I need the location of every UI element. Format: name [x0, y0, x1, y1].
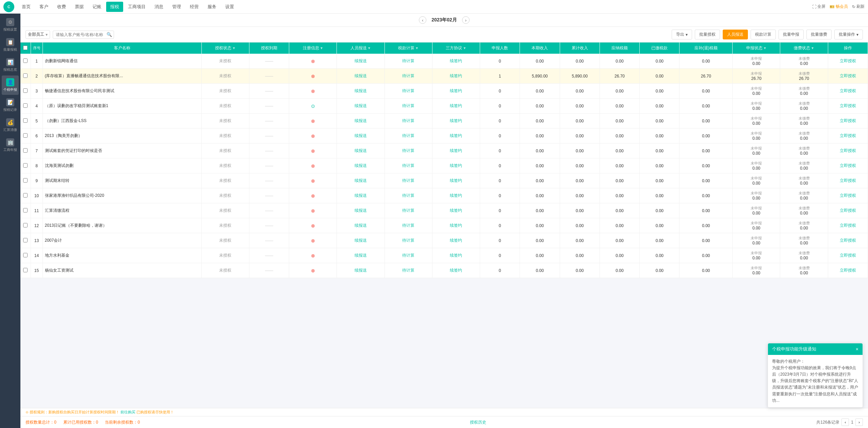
tax-calc-link[interactable]: 待计算 — [402, 118, 414, 123]
tri-party-link[interactable]: 续签约 — [450, 223, 462, 228]
row-checkbox[interactable] — [23, 73, 28, 78]
row-checkbox[interactable] — [23, 118, 28, 123]
tax-calc-link[interactable]: 待计算 — [402, 223, 414, 228]
row-checkbox[interactable] — [23, 253, 28, 257]
vip-button[interactable]: 🎫 畅会员 — [830, 4, 848, 10]
tax-calc-link[interactable]: 待计算 — [402, 88, 414, 93]
row-checkbox[interactable] — [23, 238, 28, 242]
action-link[interactable]: 立即授权 — [840, 103, 856, 108]
col-person-report[interactable]: 人员报送▼ — [337, 42, 384, 54]
next-month-button[interactable]: › — [462, 16, 470, 24]
nav-tax[interactable]: 报税 — [106, 2, 123, 12]
action-link[interactable]: 立即授权 — [840, 118, 856, 123]
action-link[interactable]: 立即授权 — [840, 148, 856, 153]
nav-billing[interactable]: 收费 — [53, 2, 70, 12]
batch-auth-button[interactable]: 批量授权 — [695, 30, 720, 39]
row-checkbox[interactable] — [23, 178, 28, 183]
nav-home[interactable]: 首页 — [18, 2, 35, 12]
tri-party-link[interactable]: 续签约 — [450, 88, 462, 93]
action-link[interactable]: 立即授权 — [840, 163, 856, 168]
sidebar-item-tax-settings[interactable]: ⚙ 报税设置 — [2, 15, 19, 35]
col-reg-info[interactable]: 注册信息▼ — [289, 42, 337, 54]
batch-report-button[interactable]: 批量申报 — [779, 30, 804, 39]
fullscreen-button[interactable]: ⛶ 全屏 — [812, 4, 825, 10]
tax-calc-link[interactable]: 待计算 — [402, 163, 414, 168]
tax-calc-button[interactable]: 税款计算 — [751, 30, 776, 39]
action-link[interactable]: 立即授权 — [840, 238, 856, 243]
sidebar-item-personal-tax[interactable]: 👤 个税申报 — [2, 75, 19, 95]
nav-business[interactable]: 工商项目 — [124, 2, 150, 12]
col-auth-expiry[interactable]: 授权到期 — [249, 42, 289, 54]
sidebar-item-annual-settlement[interactable]: 💰 汇算清缴 — [2, 116, 19, 135]
row-checkbox[interactable] — [23, 163, 28, 168]
prev-month-button[interactable]: ‹ — [419, 16, 426, 24]
tri-party-link[interactable]: 续签约 — [450, 58, 462, 63]
tax-calc-link[interactable]: 待计算 — [402, 103, 414, 108]
tri-party-link[interactable]: 续签约 — [450, 193, 462, 198]
row-checkbox[interactable] — [23, 58, 28, 63]
nav-invoice[interactable]: 票据 — [71, 2, 88, 12]
tri-party-link[interactable]: 续签约 — [450, 118, 462, 123]
col-auth-status[interactable]: 授权状态▼ — [201, 42, 249, 54]
col-pay-status[interactable]: 缴费状态▼ — [780, 42, 828, 54]
personal-report-button[interactable]: 人员报送 — [723, 30, 748, 39]
person-report-link[interactable]: 续报送 — [355, 88, 367, 93]
person-report-link[interactable]: 续报送 — [355, 238, 367, 243]
person-report-link[interactable]: 续报送 — [355, 223, 367, 228]
tri-party-link[interactable]: 续签约 — [450, 253, 462, 258]
sidebar-item-tax-overview[interactable]: 📊 报税总览 — [2, 55, 19, 75]
tri-party-link[interactable]: 续签约 — [450, 133, 462, 138]
auth-history-link[interactable]: 授权历史 — [470, 420, 486, 425]
tax-calc-link[interactable]: 待计算 — [402, 133, 414, 138]
tax-calc-link[interactable]: 待计算 — [402, 178, 414, 183]
employee-select[interactable]: 全部员工 ▾ — [26, 30, 50, 39]
action-link[interactable]: 立即授权 — [840, 253, 856, 258]
prev-page-button[interactable]: ‹ — [841, 418, 849, 426]
tri-party-link[interactable]: 续签约 — [450, 268, 462, 273]
notification-close-button[interactable]: × — [856, 346, 858, 352]
person-report-link[interactable]: 续报送 — [355, 193, 367, 198]
col-tax-calc[interactable]: 税款计算▼ — [384, 42, 432, 54]
nav-management[interactable]: 管理 — [168, 2, 185, 12]
row-checkbox[interactable] — [23, 148, 28, 153]
person-report-link[interactable]: 续报送 — [355, 103, 367, 108]
person-report-link[interactable]: 续报送 — [355, 73, 367, 78]
col-report-status[interactable]: 申报状态▼ — [733, 42, 780, 54]
row-checkbox[interactable] — [23, 208, 28, 212]
nav-service[interactable]: 服务 — [203, 2, 220, 12]
tax-calc-link[interactable]: 待计算 — [402, 253, 414, 258]
action-link[interactable]: 立即授权 — [840, 208, 856, 213]
row-checkbox[interactable] — [23, 88, 28, 93]
tri-party-link[interactable]: 续签约 — [450, 148, 462, 153]
person-report-link[interactable]: 续报送 — [355, 178, 367, 183]
tax-calc-link[interactable]: 待计算 — [402, 238, 414, 243]
person-report-link[interactable]: 续报送 — [355, 163, 367, 168]
sidebar-item-batch-tax[interactable]: 📋 批量报税 — [2, 35, 19, 55]
row-checkbox[interactable] — [23, 133, 28, 138]
person-report-link[interactable]: 续报送 — [355, 58, 367, 63]
buy-auth-link[interactable]: 前往购买 — [120, 410, 135, 414]
tri-party-link[interactable]: 续签约 — [450, 208, 462, 213]
tri-party-link[interactable]: 续签约 — [450, 103, 462, 108]
sidebar-item-annual-report[interactable]: 🏢 工商年报 — [2, 136, 19, 155]
select-all-checkbox[interactable] — [23, 46, 28, 50]
row-checkbox[interactable] — [23, 268, 28, 272]
action-link[interactable]: 立即授权 — [840, 73, 856, 78]
search-icon[interactable]: 🔍 — [107, 32, 112, 37]
batch-op-button[interactable]: 批量操作 ▾ — [834, 30, 863, 39]
tax-calc-link[interactable]: 待计算 — [402, 73, 414, 78]
search-input[interactable] — [53, 31, 114, 39]
person-report-link[interactable]: 续报送 — [355, 118, 367, 123]
tax-calc-link[interactable]: 待计算 — [402, 148, 414, 153]
action-link[interactable]: 立即授权 — [840, 223, 856, 228]
tax-calc-link[interactable]: 待计算 — [402, 268, 414, 273]
action-link[interactable]: 立即授权 — [840, 88, 856, 93]
nav-settings[interactable]: 设置 — [221, 2, 238, 12]
row-checkbox[interactable] — [23, 223, 28, 227]
export-button[interactable]: 导出 ▾ — [672, 30, 692, 39]
row-checkbox[interactable] — [23, 193, 28, 198]
person-report-link[interactable]: 续报送 — [355, 208, 367, 213]
sidebar-item-tax-records[interactable]: 📝 报税记录 — [2, 96, 19, 115]
action-link[interactable]: 立即授权 — [840, 268, 856, 273]
nav-customer[interactable]: 客户 — [35, 2, 52, 12]
